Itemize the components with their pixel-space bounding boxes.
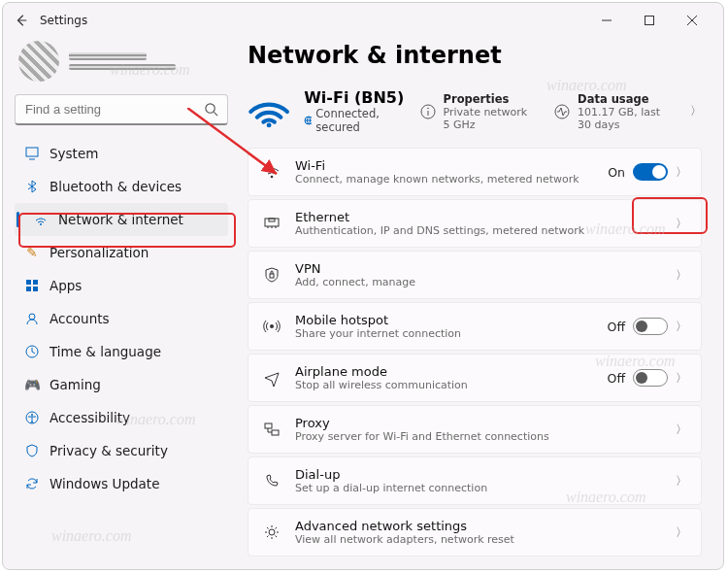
network-hero: Wi-Fi (BN5) Connected, secured Propertie… — [248, 84, 702, 148]
card-dialup[interactable]: Dial-upSet up a dial-up internet connect… — [248, 456, 702, 505]
card-vpn[interactable]: VPNAdd, connect, manage 〉 — [248, 251, 702, 299]
network-name: Wi-Fi (BN5) — [304, 88, 406, 107]
sidebar-item-time[interactable]: Time & language — [15, 335, 228, 368]
svg-rect-10 — [33, 287, 38, 291]
chevron-right-icon: 〉 — [676, 524, 687, 541]
svg-rect-22 — [265, 219, 279, 226]
nav-label: Apps — [50, 278, 82, 293]
sidebar-item-accounts[interactable]: Accounts — [15, 302, 228, 335]
back-button[interactable] — [13, 12, 30, 29]
apps-icon — [24, 278, 40, 293]
sidebar-item-bluetooth[interactable]: Bluetooth & devices — [15, 170, 228, 203]
sidebar-item-privacy[interactable]: Privacy & security — [15, 434, 228, 467]
properties-link[interactable]: PropertiesPrivate network 5 GHz — [420, 92, 538, 131]
properties-label: Properties — [444, 92, 538, 106]
minimize-button[interactable] — [585, 6, 628, 35]
sidebar-item-network[interactable]: Network & internet — [15, 203, 228, 236]
svg-rect-29 — [265, 423, 272, 428]
svg-rect-1 — [645, 17, 654, 25]
accounts-icon — [24, 311, 40, 326]
data-usage-link[interactable]: Data usage101.17 GB, last 30 days 〉 — [554, 92, 702, 131]
card-advanced[interactable]: Advanced network settingsView all networ… — [248, 508, 702, 557]
card-sub: Share your internet connection — [295, 327, 594, 340]
card-sub: Set up a dial-up internet connection — [295, 482, 662, 494]
card-proxy[interactable]: ProxyProxy server for Wi-Fi and Ethernet… — [248, 405, 702, 454]
chevron-right-icon: 〉 — [676, 216, 687, 232]
page-title: Network & internet — [248, 42, 702, 69]
nav-label: System — [50, 146, 98, 161]
wifi-toggle[interactable] — [633, 163, 668, 181]
hotspot-icon — [262, 317, 281, 336]
chevron-right-icon: 〉 — [676, 267, 687, 284]
card-title: VPN — [295, 261, 662, 276]
svg-rect-9 — [26, 287, 31, 291]
airplane-icon — [262, 368, 281, 388]
sidebar-item-update[interactable]: Windows Update — [15, 467, 228, 500]
card-airplane[interactable]: Airplane modeStop all wireless communica… — [248, 354, 702, 402]
sidebar-item-apps[interactable]: Apps — [15, 269, 228, 302]
sidebar: System Bluetooth & devices Network & int… — [3, 38, 240, 569]
card-sub: Proxy server for Wi-Fi and Ethernet conn… — [295, 430, 662, 443]
window-title: Settings — [40, 14, 87, 27]
search-box[interactable] — [15, 94, 228, 125]
proxy-icon — [262, 420, 281, 439]
svg-rect-8 — [33, 280, 38, 285]
avatar — [18, 41, 59, 82]
network-status: Connected, secured — [315, 107, 406, 134]
svg-point-11 — [29, 314, 35, 320]
card-wifi[interactable]: Wi-FiConnect, manage known networks, met… — [248, 148, 702, 196]
sidebar-item-system[interactable]: System — [15, 137, 228, 170]
main-content: Network & internet Wi-Fi (BN5) Connected… — [240, 38, 723, 569]
account-block[interactable] — [18, 38, 224, 84]
svg-line-3 — [214, 112, 217, 116]
ethernet-icon — [262, 214, 281, 233]
svg-rect-30 — [272, 430, 279, 435]
network-icon — [33, 212, 49, 227]
hotspot-toggle[interactable] — [633, 318, 668, 335]
card-title: Mobile hotspot — [295, 313, 594, 327]
close-button[interactable] — [671, 6, 713, 35]
card-sub: Connect, manage known networks, metered … — [295, 173, 594, 186]
svg-rect-27 — [270, 274, 274, 278]
time-icon — [24, 344, 40, 359]
gaming-icon: 🎮 — [24, 377, 40, 392]
card-title: Proxy — [295, 416, 662, 430]
card-sub: Add, connect, manage — [295, 276, 662, 288]
search-input[interactable] — [15, 94, 228, 125]
maximize-button[interactable] — [628, 6, 671, 35]
nav-label: Bluetooth & devices — [50, 179, 182, 194]
toggle-label: Off — [608, 320, 625, 334]
card-title: Advanced network settings — [295, 519, 662, 533]
sidebar-item-personalization[interactable]: ✎Personalization — [15, 236, 228, 269]
wifi-large-icon — [248, 92, 290, 131]
card-title: Wi-Fi — [295, 158, 594, 173]
svg-point-2 — [206, 104, 215, 113]
card-hotspot[interactable]: Mobile hotspotShare your internet connec… — [248, 302, 702, 351]
info-icon — [420, 103, 436, 120]
settings-window: Settings System Bluetooth & devices Netw… — [2, 2, 724, 570]
system-icon — [24, 146, 40, 161]
card-ethernet[interactable]: EthernetAuthentication, IP and DNS setti… — [248, 199, 702, 248]
chevron-right-icon: 〉 — [676, 319, 687, 335]
nav-label: Accounts — [50, 311, 110, 326]
nav-label: Privacy & security — [50, 443, 168, 458]
sidebar-item-accessibility[interactable]: Accessibility — [15, 401, 228, 434]
toggle-label: Off — [608, 371, 625, 386]
airplane-toggle[interactable] — [633, 369, 668, 387]
dialup-icon — [262, 471, 281, 490]
card-title: Airplane mode — [295, 364, 594, 379]
nav-label: Time & language — [50, 344, 161, 359]
usage-sub: 101.17 GB, last 30 days — [578, 106, 673, 131]
nav-list: System Bluetooth & devices Network & int… — [15, 137, 228, 500]
nav-label: Network & internet — [58, 212, 183, 227]
svg-point-19 — [427, 107, 429, 109]
advanced-icon — [262, 523, 281, 542]
usage-label: Data usage — [578, 92, 673, 106]
card-sub: Authentication, IP and DNS settings, met… — [295, 224, 662, 237]
svg-point-21 — [271, 176, 274, 179]
search-icon — [204, 102, 218, 120]
svg-point-31 — [269, 529, 275, 535]
sidebar-item-gaming[interactable]: 🎮Gaming — [15, 368, 228, 401]
svg-rect-23 — [269, 219, 275, 221]
personalization-icon: ✎ — [24, 245, 40, 260]
